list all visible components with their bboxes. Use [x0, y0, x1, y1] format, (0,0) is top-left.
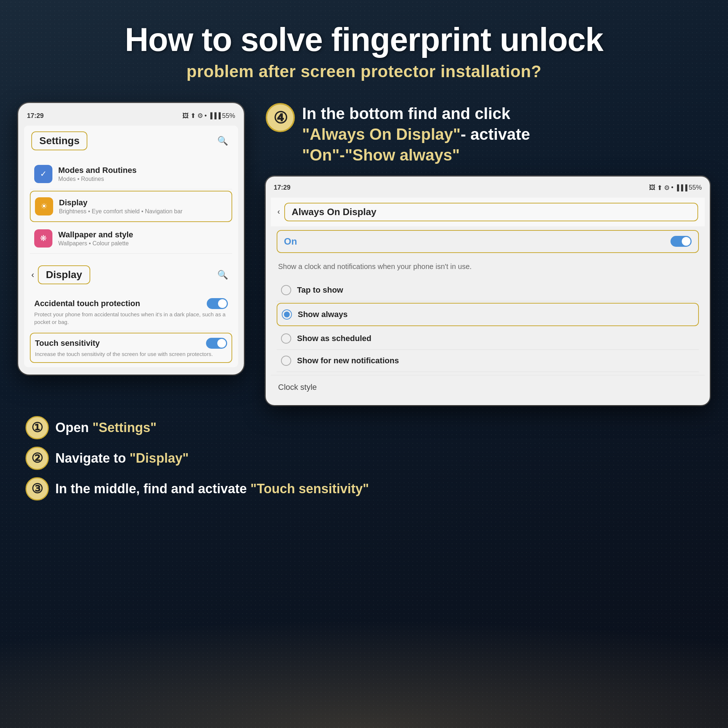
wallpaper-icon-char: ❋ — [40, 234, 47, 243]
status-bar-settings: 17:29 🖼 ⬆ ⚙ • ▐▐▐ 55% — [24, 110, 238, 121]
aod-status-bar: 17:29 🖼 ⬆ ⚙ • ▐▐▐ 55% — [271, 182, 705, 193]
show-always-radio[interactable] — [282, 309, 292, 320]
settings-list: ✓ Modes and Routines Modes • Routines ☀ — [24, 156, 238, 257]
right-section: ④ In the bottom find and click "Always O… — [266, 103, 710, 405]
display-text: Display Brightness • Eye comfort shield … — [59, 198, 227, 215]
aod-status-right: 🖼 ⬆ ⚙ • ▐▐▐ 55% — [649, 184, 702, 192]
settings-screen: Settings 🔍 ✓ Modes and Routines Modes • … — [24, 125, 238, 367]
step1-desc: Open "Settings" — [55, 420, 156, 435]
aod-settings-icon: ⚙ — [664, 184, 670, 192]
show-scheduled-radio[interactable] — [281, 333, 291, 344]
wallpaper-item[interactable]: ❋ Wallpaper and style Wallpapers • Colou… — [30, 223, 232, 254]
settings-phone: 17:29 🖼 ⬆ ⚙ • ▐▐▐ 55% Settings — [18, 103, 244, 375]
status-time: 17:29 — [27, 112, 44, 120]
photo-icon: 🖼 — [182, 112, 189, 120]
bottom-steps: ① Open "Settings" ② Navigate to "Display… — [18, 416, 710, 500]
accidental-touch-toggle[interactable] — [207, 298, 228, 309]
step4-text: In the bottom find and click "Always On … — [302, 103, 530, 166]
show-always-option[interactable]: Show always — [277, 303, 699, 326]
touch-sensitivity-item[interactable]: Touch sensitivity Increase the touch sen… — [30, 333, 232, 363]
step2-item: ② Navigate to "Display" — [26, 447, 369, 470]
wallpaper-text: Wallpaper and style Wallpapers • Colour … — [58, 230, 228, 247]
wallpaper-icon: ❋ — [34, 229, 52, 248]
right-phone-wrapper: 17:29 🖼 ⬆ ⚙ • ▐▐▐ 55% ‹ Always — [266, 177, 710, 405]
dot-icon: • — [205, 112, 207, 120]
display-search-icon[interactable]: 🔍 — [215, 267, 231, 283]
aod-on-text: On — [284, 236, 297, 247]
show-scheduled-option[interactable]: Show as scheduled — [277, 327, 699, 350]
step1-item: ① Open "Settings" — [26, 416, 369, 439]
content-area: 17:29 🖼 ⬆ ⚙ • ▐▐▐ 55% Settings — [18, 103, 710, 405]
display-sub: Brightness • Eye comfort shield • Naviga… — [59, 208, 227, 215]
signal-icon: ▐▐▐ — [208, 112, 220, 119]
aod-signal-icon: ▐▐▐ — [675, 185, 687, 191]
aod-title: Always On Display — [284, 203, 698, 221]
settings-icon-status: ⚙ — [197, 112, 203, 120]
show-new-notifications-label: Show for new notifications — [297, 356, 399, 366]
wallpaper-name: Wallpaper and style — [58, 230, 228, 240]
tap-to-show-radio[interactable] — [281, 285, 291, 295]
aod-back-icon[interactable]: ‹ — [277, 207, 280, 217]
step3-desc: In the middle, find and activate "Touch … — [55, 481, 369, 497]
display-item[interactable]: ☀ Display Brightness • Eye comfort shiel… — [30, 191, 232, 222]
display-icon: ☀ — [35, 197, 53, 216]
aod-phone: 17:29 🖼 ⬆ ⚙ • ▐▐▐ 55% ‹ Always — [266, 177, 710, 405]
display-header: ‹ Display 🔍 — [24, 260, 238, 290]
clock-style[interactable]: Clock style — [271, 375, 705, 399]
display-title: Display — [38, 265, 90, 284]
display-name: Display — [59, 198, 227, 208]
aod-upload-icon: ⬆ — [657, 184, 662, 192]
aod-header: ‹ Always On Display — [271, 198, 705, 226]
display-icon-char: ☀ — [40, 202, 48, 211]
battery-text: 55% — [222, 112, 235, 120]
show-new-notifications-radio[interactable] — [281, 356, 291, 366]
accidental-touch-name: Accidental touch protection — [34, 299, 140, 308]
step4-badge: ④ — [266, 103, 295, 132]
accidental-touch-sub: Protect your phone from accidental touch… — [34, 310, 228, 326]
modes-icon-char: ✓ — [40, 169, 47, 179]
touch-sensitivity-header: Touch sensitivity — [35, 338, 227, 349]
main-container: How to solve fingerprint unlock problem … — [0, 0, 728, 728]
aod-on-bar[interactable]: On — [277, 230, 699, 253]
aod-battery-text: 55% — [689, 184, 702, 191]
status-right: 🖼 ⬆ ⚙ • ▐▐▐ 55% — [182, 112, 235, 120]
step2-badge: ② — [26, 447, 49, 470]
page-subtitle: problem after screen protector installat… — [125, 61, 603, 81]
touch-sensitivity-sub: Increase the touch sensitivity of the sc… — [35, 350, 227, 358]
aod-photo-icon: 🖼 — [649, 184, 656, 191]
step3-badge: ③ — [26, 477, 49, 500]
step1-highlight: "Settings" — [92, 420, 156, 435]
search-icon[interactable]: 🔍 — [215, 133, 231, 149]
display-back-btn[interactable]: ‹ Display — [31, 265, 90, 284]
step4-highlight1: "Always On Display" — [302, 125, 460, 143]
display-settings-list: Accidental touch protection Protect your… — [24, 290, 238, 367]
page-title: How to solve fingerprint unlock — [125, 22, 603, 58]
aod-options: Tap to show Show always — [271, 276, 705, 375]
modes-text: Modes and Routines Modes • Routines — [58, 166, 228, 182]
step1-badge: ① — [26, 416, 49, 439]
step3-item: ③ In the middle, find and activate "Touc… — [26, 477, 369, 500]
accidental-touch-item[interactable]: Accidental touch protection Protect your… — [30, 293, 232, 331]
show-always-label: Show always — [298, 310, 348, 319]
touch-sensitivity-name: Touch sensitivity — [35, 338, 100, 348]
back-chevron-icon: ‹ — [31, 270, 34, 280]
left-phone-wrapper: 17:29 🖼 ⬆ ⚙ • ▐▐▐ 55% Settings — [18, 103, 244, 375]
settings-title: Settings — [31, 132, 87, 150]
show-scheduled-label: Show as scheduled — [297, 334, 371, 343]
aod-dot-icon: • — [671, 184, 673, 191]
settings-header: Settings 🔍 — [24, 125, 238, 156]
show-always-radio-inner — [284, 312, 290, 317]
aod-status-time: 17:29 — [274, 184, 291, 191]
modes-routines-item[interactable]: ✓ Modes and Routines Modes • Routines — [30, 159, 232, 189]
tap-to-show-label: Tap to show — [297, 285, 343, 295]
show-new-notifications-option[interactable]: Show for new notifications — [277, 350, 699, 372]
modes-sub: Modes • Routines — [58, 176, 228, 182]
touch-sensitivity-toggle[interactable] — [206, 338, 227, 349]
aod-description: Show a clock and notifications when your… — [271, 257, 705, 276]
step4-instruction: ④ In the bottom find and click "Always O… — [266, 103, 710, 166]
modes-name: Modes and Routines — [58, 166, 228, 175]
title-section: How to solve fingerprint unlock problem … — [125, 22, 603, 81]
tap-to-show-option[interactable]: Tap to show — [277, 279, 699, 301]
step2-highlight: "Display" — [130, 451, 188, 466]
aod-on-toggle[interactable] — [670, 236, 691, 247]
